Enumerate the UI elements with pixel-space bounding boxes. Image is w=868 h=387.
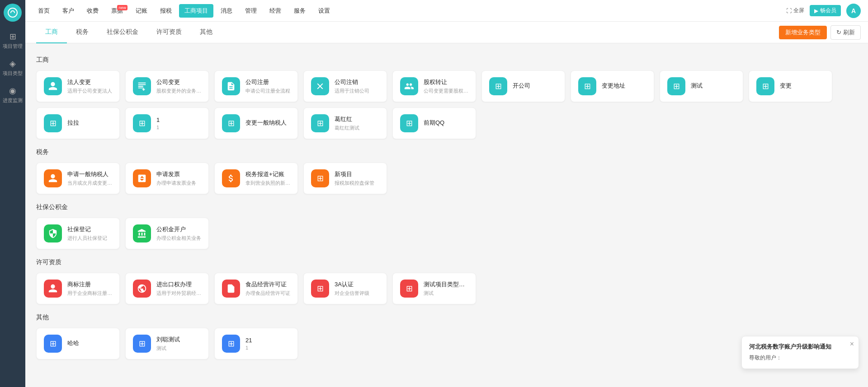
- card-gs12[interactable]: ⊞ 变更一般纳税人: [214, 107, 298, 139]
- card-ot3[interactable]: ⊞ 21 1: [214, 328, 298, 359]
- card-desc-xk5: 测试: [424, 290, 468, 297]
- avatar[interactable]: A: [846, 4, 861, 18]
- card-xk4[interactable]: ⊞ 3A认证 对企业信誉评级: [303, 273, 387, 304]
- nav-item-service[interactable]: 服务: [288, 4, 311, 18]
- card-icon-ot1: ⊞: [44, 335, 62, 353]
- card-gs1[interactable]: 法人变更 适用于公司变更法人: [36, 70, 120, 102]
- card-title-xk5: 测试项目类型目定义: [424, 280, 468, 289]
- card-gs11[interactable]: ⊞ 1 1: [125, 107, 209, 139]
- card-ot2[interactable]: ⊞ 刘聪测试 测试: [125, 328, 209, 359]
- notification-close-button[interactable]: ×: [850, 340, 854, 348]
- card-info-gs3: 公司注册 申请公司注册全流程: [245, 78, 290, 94]
- card-desc-gs11: 1: [156, 125, 201, 130]
- card-icon-gs12: ⊞: [222, 114, 240, 132]
- card-title-ot2: 刘聪测试: [156, 336, 201, 344]
- card-ot1[interactable]: ⊞ 哈哈: [36, 328, 120, 359]
- card-xk3[interactable]: 食品经营许可证 办理食品经营许可证: [214, 273, 298, 304]
- sidebar-item-project-manage[interactable]: ⊞ 项目管理: [0, 27, 25, 54]
- card-info-xk4: 3A认证 对企业信誉评级: [335, 280, 379, 297]
- card-gs7[interactable]: ⊞ 变更地址: [571, 70, 654, 102]
- card-gs4[interactable]: 公司注销 适用于注销公司: [303, 70, 387, 102]
- card-gs8[interactable]: ⊞ 测试: [660, 70, 743, 102]
- card-info-gs1: 法人变更 适用于公司变更法人: [67, 78, 112, 94]
- card-icon-sb1: [44, 224, 62, 242]
- card-title-gs7: 变更地址: [602, 82, 646, 90]
- card-info-sb2: 公积金开户 办理公积金相关业务: [156, 225, 201, 242]
- card-icon-ot3: ⊞: [222, 335, 240, 353]
- top-nav: 首页 客户 收费 票据 new 记账 报税 工商项目 消息 管理 经营 服务 设…: [25, 0, 868, 22]
- nav-item-billing[interactable]: 收费: [81, 4, 104, 18]
- nav-item-tax[interactable]: 报税: [155, 4, 177, 18]
- nav-item-ticket[interactable]: 票据 new: [106, 4, 128, 18]
- nav-item-client[interactable]: 客户: [57, 4, 80, 18]
- nav-item-home[interactable]: 首页: [33, 4, 55, 18]
- cards-grid-xuke: 商标注册 用于企业商标注册服务 进出口权办理 适用于对外贸易经营者 食品经营: [36, 273, 857, 304]
- card-sb1[interactable]: 社保登记 进行人员社保登记: [36, 218, 120, 249]
- card-info-ot1: 哈哈: [67, 339, 112, 349]
- nav-item-manage[interactable]: 管理: [240, 4, 262, 18]
- card-title-gs3: 公司注册: [245, 78, 290, 86]
- card-title-sb1: 社保登记: [67, 225, 112, 233]
- card-sw2[interactable]: 申请发票 办理申请发票业务: [125, 163, 209, 194]
- top-nav-right: ⛶ 全屏 ▶ 畅会员 A: [786, 4, 861, 18]
- card-desc-xk4: 对企业信誉评级: [335, 290, 379, 297]
- tab-xuke[interactable]: 许可资质: [147, 22, 191, 43]
- card-desc-sw1: 当月或次月成变更完成: [67, 180, 112, 187]
- sub-nav-actions: 新增业务类型 ↻ 刷新: [779, 25, 861, 40]
- card-gs14[interactable]: ⊞ 前期QQ: [392, 107, 476, 139]
- card-title-xk3: 食品经营许可证: [245, 280, 290, 289]
- card-gs10[interactable]: ⊞ 拉拉: [36, 107, 120, 139]
- card-sb2[interactable]: 公积金开户 办理公积金相关业务: [125, 218, 209, 249]
- card-gs3[interactable]: 公司注册 申请公司注册全流程: [214, 70, 298, 102]
- tab-shuiwu[interactable]: 税务: [67, 22, 98, 43]
- sidebar-logo[interactable]: [4, 4, 22, 22]
- tab-shebao[interactable]: 社保公积金: [98, 22, 147, 43]
- card-desc-sw2: 办理申请发票业务: [156, 180, 201, 187]
- card-icon-gs10: ⊞: [44, 114, 62, 132]
- card-gs9[interactable]: ⊞ 变更: [749, 70, 832, 102]
- card-sw1[interactable]: 申请一般纳税人 当月或次月成变更完成: [36, 163, 120, 194]
- card-info-gs7: 变更地址: [602, 82, 646, 91]
- sidebar-item-label: 项目管理: [3, 43, 23, 50]
- card-sw4[interactable]: ⊞ 新项目 报税加税控盘保管: [303, 163, 387, 194]
- card-icon-gs3: [222, 77, 240, 95]
- sidebar-item-progress-monitor[interactable]: ◉ 进度监测: [0, 81, 25, 108]
- nav-item-accounting[interactable]: 记账: [130, 4, 153, 18]
- sidebar-item-project-type[interactable]: ◈ 项目类型: [0, 54, 25, 81]
- card-sw3[interactable]: 税务报道+记账 拿到营业执照的新公司: [214, 163, 298, 194]
- card-gs2[interactable]: 公司变更 股权变更外的业务变更: [125, 70, 209, 102]
- project-manage-icon: ⊞: [9, 32, 16, 42]
- nav-item-industrial[interactable]: 工商项目: [179, 4, 213, 18]
- sidebar: ⊞ 项目管理 ◈ 项目类型 ◉ 进度监测: [0, 0, 25, 387]
- fullscreen-button[interactable]: ⛶ 全屏: [786, 7, 804, 14]
- sub-nav: 工商 税务 社保公积金 许可资质 其他 新增业务类型 ↻ 刷新: [25, 22, 868, 43]
- card-gs5[interactable]: 股权转让 公司变更需要股权转让: [392, 70, 476, 102]
- refresh-button[interactable]: ↻ 刷新: [830, 25, 861, 40]
- card-title-gs1: 法人变更: [67, 78, 112, 86]
- card-gs6[interactable]: ⊞ 开公司: [481, 70, 565, 102]
- card-info-gs13: 葛红红 葛红红测试: [335, 115, 379, 131]
- tab-other[interactable]: 其他: [191, 22, 222, 43]
- card-info-gs14: 前期QQ: [424, 119, 468, 128]
- add-type-button[interactable]: 新增业务类型: [779, 26, 827, 39]
- card-xk5[interactable]: ⊞ 测试项目类型目定义 测试: [392, 273, 476, 304]
- nav-item-settings[interactable]: 设置: [313, 4, 335, 18]
- member-button[interactable]: ▶ 畅会员: [810, 5, 841, 16]
- nav-item-operation[interactable]: 经营: [264, 4, 287, 18]
- card-xk1[interactable]: 商标注册 用于企业商标注册服务: [36, 273, 120, 304]
- card-info-sw3: 税务报道+记账 拿到营业执照的新公司: [245, 170, 290, 187]
- card-desc-xk2: 适用于对外贸易经营者: [156, 290, 201, 297]
- card-icon-xk2: [133, 280, 151, 298]
- card-xk2[interactable]: 进出口权办理 适用于对外贸易经营者: [125, 273, 209, 304]
- card-title-gs4: 公司注销: [335, 78, 379, 86]
- card-desc-sb1: 进行人员社保登记: [67, 235, 112, 242]
- card-title-gs9: 变更: [780, 82, 825, 90]
- card-gs13[interactable]: ⊞ 葛红红 葛红红测试: [303, 107, 387, 139]
- card-icon-xk1: [44, 280, 62, 298]
- tab-gongshang[interactable]: 工商: [36, 22, 67, 43]
- nav-item-message[interactable]: 消息: [215, 4, 238, 18]
- card-title-sb2: 公积金开户: [156, 225, 201, 233]
- card-icon-gs1: [44, 77, 62, 95]
- card-icon-gs2: [133, 77, 151, 95]
- card-info-gs10: 拉拉: [67, 119, 112, 128]
